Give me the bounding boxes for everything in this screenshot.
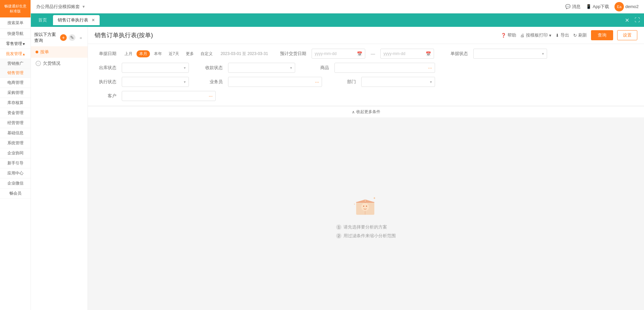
collapse-row[interactable]: ∧ 收起更多条件 bbox=[88, 106, 644, 117]
message-icon: 💬 bbox=[565, 4, 571, 9]
sidebar-item-system[interactable]: 系统管理 bbox=[0, 138, 31, 148]
ship-status-select[interactable]: ▾ bbox=[122, 63, 189, 73]
date-btn-more[interactable]: 更多 bbox=[183, 50, 197, 57]
sidebar-item-operations[interactable]: 经营管理 bbox=[0, 118, 31, 128]
sidebar-item-sales[interactable]: 销售管理 bbox=[0, 68, 31, 78]
tab-home[interactable]: 首页 bbox=[34, 15, 52, 25]
empty-tip-2: 2 用过滤条件来缩小分析范围 bbox=[336, 233, 396, 239]
page-title: 销售订单执行表(按单) bbox=[95, 31, 153, 39]
goods-label: 商品 bbox=[307, 65, 329, 71]
svg-point-5 bbox=[361, 203, 369, 211]
receive-status-select[interactable]: ▾ bbox=[228, 63, 295, 73]
sidebar-item-marketing[interactable]: 营销推广 bbox=[0, 59, 31, 68]
tab-close-window-btn[interactable]: ✕ bbox=[624, 16, 631, 25]
sidebar-item-ecommerce[interactable]: 电商管理 bbox=[0, 78, 31, 88]
ship-status-dropdown-icon: ▾ bbox=[184, 66, 186, 70]
sidebar-item-enterprise-wechat[interactable]: 企业微信 bbox=[0, 178, 31, 189]
date-btn-this-year[interactable]: 本年 bbox=[151, 50, 165, 57]
circle-icon: ○ bbox=[36, 61, 41, 66]
topbar-right: 💬 消息 📱 App下载 Ea demo2 bbox=[565, 2, 639, 11]
user-profile-btn[interactable]: Ea demo2 bbox=[614, 2, 639, 11]
goods-ellipsis-icon[interactable]: ··· bbox=[428, 65, 432, 70]
expected-date-end-input[interactable]: yyyy-mm-dd 📅 bbox=[380, 49, 434, 59]
page-actions: ❓ 帮助 🖨 按模板打印 ▾ ⬇ 导出 ↻ 刷新 bbox=[501, 30, 637, 40]
tip1-text: 请先选择要分析的方案 bbox=[343, 224, 387, 230]
sidebar: 畅捷通好生意 标准版 搜索菜单 快捷导航 零售管理 ▾ 批发管理 ▴ 营销推广 … bbox=[0, 0, 31, 310]
page-header: 销售订单执行表(按单) ❓ 帮助 🖨 按模板打印 ▾ ⬇ 导出 bbox=[88, 27, 644, 44]
tab-close-icon[interactable]: ✕ bbox=[92, 18, 95, 22]
date-btn-custom[interactable]: 自定义 bbox=[198, 50, 215, 57]
salesman-ellipsis-icon[interactable]: ··· bbox=[315, 79, 319, 85]
svg-point-6 bbox=[363, 206, 364, 207]
main-area: 办公用品行业模拟账套 ▾ 💬 消息 📱 App下载 Ea demo2 首页 bbox=[31, 0, 644, 310]
edit-scheme-btn[interactable]: ✎ bbox=[69, 34, 75, 41]
svg-text:✦: ✦ bbox=[373, 197, 376, 200]
date-btn-this-month[interactable]: 本月 bbox=[137, 50, 150, 57]
dept-dropdown-icon: ▾ bbox=[430, 80, 432, 84]
sidebar-item-collab[interactable]: 企业协同 bbox=[0, 148, 31, 158]
salesman-input[interactable]: ··· bbox=[228, 77, 322, 87]
goods-input[interactable]: ··· bbox=[334, 63, 435, 73]
settings-btn[interactable]: 设置 bbox=[617, 30, 637, 40]
sidebar-item-newbie[interactable]: 新手引导 bbox=[0, 158, 31, 168]
logo-text: 畅捷通好生意 bbox=[4, 4, 26, 9]
search-label: 搜索菜单 bbox=[7, 20, 23, 25]
sidebar-item-purchase[interactable]: 采购管理 bbox=[0, 88, 31, 98]
query-btn[interactable]: 查询 bbox=[591, 30, 613, 40]
app-download-btn[interactable]: 📱 App下载 bbox=[586, 4, 609, 10]
filter-area: 单据日期 上月 本月 本年 近7天 更多 自定义 2023-03-01 至 20… bbox=[88, 44, 644, 106]
sidebar-item-basic-info[interactable]: 基础信息 bbox=[0, 128, 31, 138]
date-start-placeholder: yyyy-mm-dd bbox=[315, 51, 336, 56]
collapse-icon: ∧ bbox=[352, 110, 355, 114]
tab-sales-order-label: 销售订单执行表 bbox=[58, 17, 88, 23]
calendar-end-icon: 📅 bbox=[426, 51, 431, 56]
add-scheme-btn[interactable]: + bbox=[60, 34, 67, 41]
export-btn[interactable]: ⬇ 导出 bbox=[555, 32, 569, 38]
help-icon: ❓ bbox=[501, 33, 506, 38]
tab-sales-order[interactable]: 销售订单执行表 ✕ bbox=[53, 15, 100, 25]
date-btn-last-month[interactable]: 上月 bbox=[122, 50, 135, 57]
receive-status-label: 收款状态 bbox=[201, 65, 223, 71]
sidebar-item-funds[interactable]: 资金管理 bbox=[0, 108, 31, 118]
scheme-item-shortage[interactable]: ○ 欠货情况 bbox=[31, 58, 88, 69]
breadcrumb: 办公用品行业模拟账套 bbox=[36, 4, 80, 10]
exec-status-select[interactable]: ▾ bbox=[122, 77, 189, 87]
status-dropdown-icon: ▾ bbox=[542, 52, 544, 56]
sidebar-item-app-center[interactable]: 应用中心 bbox=[0, 168, 31, 178]
dept-select[interactable]: ▾ bbox=[361, 77, 435, 87]
empty-illustration: ✦ ✦ bbox=[349, 189, 383, 219]
exec-status-label: 执行状态 bbox=[95, 79, 116, 85]
sidebar-item-retail[interactable]: 零售管理 ▾ bbox=[0, 39, 31, 49]
breadcrumb-dropdown-icon[interactable]: ▾ bbox=[83, 4, 85, 9]
expected-date-start-input[interactable]: yyyy-mm-dd 📅 bbox=[312, 49, 365, 59]
message-btn[interactable]: 💬 消息 bbox=[565, 4, 581, 10]
scheme-item-by-order[interactable]: 按单 bbox=[31, 46, 88, 58]
sidebar-item-member[interactable]: 畅会员 bbox=[0, 189, 31, 199]
filter-row-3: 执行状态 ▾ 业务员 ··· 部门 ▾ bbox=[95, 77, 637, 87]
tab-maximize-btn[interactable]: ⛶ bbox=[633, 16, 641, 24]
refresh-btn[interactable]: ↻ 刷新 bbox=[573, 32, 587, 38]
print-btn[interactable]: 🖨 按模板打印 ▾ bbox=[520, 32, 551, 38]
customer-label: 客户 bbox=[95, 93, 116, 99]
sidebar-item-inventory[interactable]: 库存核算 bbox=[0, 98, 31, 108]
sidebar-item-quick-nav[interactable]: 快捷导航 bbox=[0, 29, 31, 39]
customer-ellipsis-icon[interactable]: ··· bbox=[209, 93, 213, 99]
sidebar-search[interactable]: 搜索菜单 bbox=[0, 17, 31, 29]
date-quick-btns: 上月 本月 本年 近7天 更多 自定义 bbox=[122, 50, 215, 57]
date-btn-last-7days[interactable]: 近7天 bbox=[166, 50, 182, 57]
left-panel-header: 按以下方案查询 + ✎ « bbox=[31, 30, 88, 46]
ship-status-label: 出库状态 bbox=[95, 65, 116, 71]
filter-row-1: 单据日期 上月 本月 本年 近7天 更多 自定义 2023-03-01 至 20… bbox=[95, 49, 637, 59]
date-label: 单据日期 bbox=[95, 51, 116, 57]
app-logo[interactable]: 畅捷通好生意 标准版 bbox=[0, 0, 31, 17]
collapse-label: 收起更多条件 bbox=[356, 109, 380, 115]
collapse-panel-btn[interactable]: « bbox=[77, 34, 84, 41]
sidebar-item-wholesale[interactable]: 批发管理 ▴ bbox=[0, 49, 31, 59]
date-range-display: 2023-03-01 至 2023-03-31 bbox=[221, 51, 268, 57]
status-select[interactable]: ▾ bbox=[473, 49, 547, 59]
tab-bar-actions: ✕ ⛶ bbox=[624, 16, 641, 25]
topbar-left: 办公用品行业模拟账套 ▾ bbox=[36, 4, 85, 10]
help-btn[interactable]: ❓ 帮助 bbox=[501, 32, 516, 38]
customer-input[interactable]: ··· bbox=[122, 91, 216, 101]
right-panel: 销售订单执行表(按单) ❓ 帮助 🖨 按模板打印 ▾ ⬇ 导出 bbox=[88, 27, 644, 310]
